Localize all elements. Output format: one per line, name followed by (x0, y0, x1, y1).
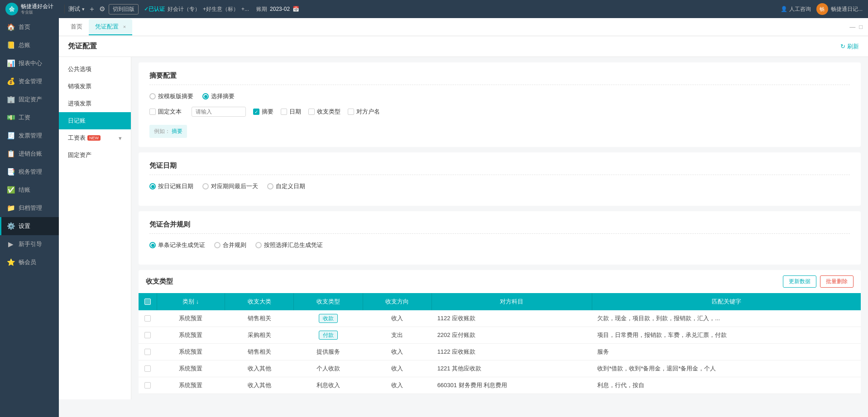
period-value: 2023-02 (270, 6, 290, 12)
row-subject-2: 1122 应收账款 (432, 344, 592, 360)
logo-icon: 会 (5, 3, 18, 15)
sidebar-item-purchase[interactable]: 📋 进销台账 (0, 145, 59, 163)
sidebar-item-archive[interactable]: 📁 归档管理 (0, 199, 59, 217)
calendar-icon[interactable]: 📅 (293, 6, 299, 12)
checkbox-box-date (281, 109, 287, 115)
merge-rule-radio-group: 单条记录生成凭证 合并规则 按照选择汇总生成凭证 (149, 241, 850, 249)
add-icon[interactable]: ＋ (88, 5, 96, 14)
sub-sidebar-item-journal[interactable]: 日记账 (59, 112, 131, 129)
sidebar-item-guide[interactable]: ▶ 新手引导 (0, 235, 59, 253)
radio-custom-date[interactable]: 自定义日期 (267, 182, 305, 190)
sub-sidebar-item-fixed-assets[interactable]: 固定资产 (59, 147, 131, 164)
row-checkbox-4[interactable] (139, 377, 157, 394)
period-display: 账期 2023-02 📅 (256, 5, 299, 13)
sidebar-item-settings[interactable]: ⚙️ 设置 (0, 217, 59, 235)
row-checkbox-3[interactable] (139, 360, 157, 377)
salary-icon: 💵 (7, 114, 15, 122)
batch-delete-btn[interactable]: 批量删除 (820, 275, 854, 288)
config-content: 摘要配置 按模板版摘要 选择摘要 (131, 57, 868, 399)
table-row: 系统预置 销售相关 收款 收入 1122 应收账款 欠款，现金，项目款，到款，报… (139, 310, 861, 327)
radio-merge-rule[interactable]: 合并规则 (214, 241, 246, 249)
sidebar-item-home[interactable]: 🏠 首页 (0, 18, 59, 36)
sidebar-item-asset[interactable]: 🏢 固定资产 (0, 90, 59, 109)
fixed-text-input[interactable] (192, 107, 246, 117)
sidebar-item-ledger[interactable]: 📒 总账 (0, 36, 59, 54)
row-payment-type-0: 收款 (294, 310, 363, 327)
col-subject: 对方科目 (432, 293, 592, 310)
row-check-0[interactable] (144, 315, 151, 322)
radio-circle-template (149, 93, 156, 100)
checkbox-box-payment-type (308, 109, 315, 115)
sub-sidebar-item-payroll[interactable]: 工资表 NEW ▾ (59, 129, 131, 147)
sub-sidebar-item-purchase-invoice[interactable]: 进项发票 (59, 95, 131, 112)
col-keywords: 匹配关键字 (592, 293, 861, 310)
sub-sidebar-item-public[interactable]: 公共选项 (59, 61, 131, 78)
main-content: 公共选项 销项发票 进项发票 日记账 工资表 NEW (59, 57, 868, 417)
row-checkbox-0[interactable] (139, 310, 157, 327)
sidebar-item-capital[interactable]: 💰 资金管理 (0, 72, 59, 90)
refresh-btn[interactable]: ↻ 刷新 (840, 43, 859, 51)
sidebar-item-settle[interactable]: ✅ 结账 (0, 181, 59, 199)
checkbox-summary[interactable]: ✓ 摘要 (253, 108, 273, 116)
sub-sidebar-item-sales-invoice[interactable]: 销项发票 (59, 78, 131, 95)
col-major-type: 收支大类 (225, 293, 293, 310)
sidebar-item-invoice[interactable]: 🧾 发票管理 (0, 127, 59, 145)
row-direction-0: 收入 (363, 310, 432, 327)
minimize-icon[interactable]: — (849, 24, 855, 30)
maximize-icon[interactable]: □ (859, 24, 863, 30)
row-check-3[interactable] (144, 365, 151, 372)
checkbox-box-fixed (149, 109, 156, 115)
row-subject-3: 1221 其他应收款 (432, 360, 592, 377)
settings-icon[interactable]: ⚙ (99, 5, 105, 13)
sidebar-item-tax[interactable]: 📑 税务管理 (0, 163, 59, 181)
tab-close-icon[interactable]: × (123, 24, 126, 29)
purchase-icon: 📋 (7, 150, 15, 158)
row-subject-1: 2202 应付账款 (432, 327, 592, 344)
summary-radio-group: 按模板版摘要 选择摘要 (149, 92, 850, 100)
row-checkbox-1[interactable] (139, 327, 157, 344)
asset-icon: 🏢 (7, 95, 15, 104)
checkbox-payment-type[interactable]: 收支类型 (308, 108, 340, 116)
payment-type-tag-1[interactable]: 付款 (319, 331, 338, 340)
radio-select-total[interactable]: 按照选择汇总生成凭证 (255, 241, 323, 249)
col-checkbox[interactable] (139, 293, 157, 310)
select-all-checkbox[interactable] (144, 299, 151, 305)
example-text: 例如： 摘要 (149, 125, 187, 138)
row-payment-type-3: 个人收款 (294, 360, 363, 377)
tab-home[interactable]: 首页 (64, 19, 89, 35)
tab-voucher-config[interactable]: 凭证配置 × (89, 19, 132, 35)
checkbox-date[interactable]: 日期 (281, 108, 301, 116)
capital-icon: 💰 (7, 77, 15, 85)
payment-type-tag-0[interactable]: 收款 (319, 314, 338, 323)
sidebar-item-member[interactable]: ⭐ 畅会员 (0, 253, 59, 271)
radio-template-summary[interactable]: 按模板版摘要 (149, 92, 193, 100)
row-check-1[interactable] (144, 332, 151, 338)
row-check-2[interactable] (144, 349, 151, 355)
switch-old-btn[interactable]: 切到旧版 (109, 4, 139, 14)
payment-types-table: 类别 ↓ 收支大类 收支类型 收支方向 对方科目 匹配关键字 (139, 293, 861, 394)
radio-period-last[interactable]: 对应期间最后一天 (202, 182, 258, 190)
help-btn[interactable]: 👤 人工咨询 (781, 5, 811, 13)
sidebar-item-report[interactable]: 📊 报表中心 (0, 54, 59, 72)
update-data-btn[interactable]: 更新数据 (783, 275, 816, 288)
row-major-type-1: 采购相关 (225, 327, 293, 344)
top-right: 👤 人工咨询 畅 畅捷通日记... (781, 3, 863, 15)
radio-journal-date[interactable]: 按日记账日期 (149, 182, 193, 190)
radio-circle-custom-date (267, 183, 273, 190)
user-info[interactable]: 畅 畅捷通日记... (816, 3, 863, 15)
payroll-arrow-icon: ▾ (119, 135, 122, 142)
sidebar-item-salary[interactable]: 💵 工资 (0, 109, 59, 127)
page-header: 凭证配置 ↻ 刷新 (59, 36, 868, 57)
checkbox-counterparty[interactable]: 对方户名 (348, 108, 380, 116)
more-status: +... (241, 6, 249, 12)
row-checkbox-2[interactable] (139, 344, 157, 360)
payment-types-title: 收支类型 (146, 277, 173, 286)
checkbox-fixed-text[interactable]: 固定文本 (149, 108, 182, 116)
radio-single-record[interactable]: 单条记录生成凭证 (149, 241, 205, 249)
payment-types-section: 收支类型 更新数据 批量删除 (139, 270, 861, 394)
summary-example: 例如： 摘要 (149, 121, 850, 138)
row-check-4[interactable] (144, 382, 151, 389)
radio-circle-journal-date (149, 183, 156, 190)
radio-select-summary[interactable]: 选择摘要 (202, 92, 235, 100)
top-dropdown-icon[interactable]: ▾ (82, 6, 85, 12)
